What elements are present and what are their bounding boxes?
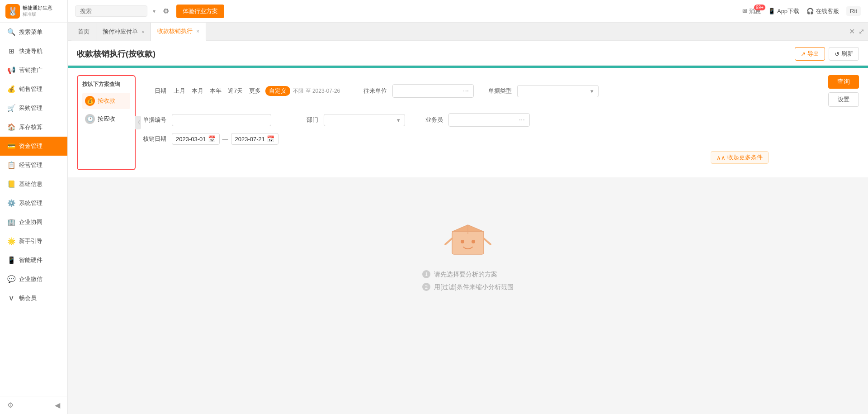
main-area: ▾ ⚙ 体验行业方案 ✉ 消息 99+ 📱 App下载 🎧 在线客服 Rit bbox=[68, 0, 868, 414]
sidebar-item-guide[interactable]: 🌟 新手引导 bbox=[0, 232, 67, 251]
partner-dots-icon[interactable]: ··· bbox=[463, 87, 469, 95]
guide-icon: 🌟 bbox=[7, 237, 15, 245]
writeoff-tab-close-icon[interactable]: × bbox=[196, 29, 199, 34]
sidebar-item-purchase[interactable]: 🛒 采购管理 bbox=[0, 99, 67, 118]
user-label: Rit bbox=[850, 8, 857, 14]
refresh-button[interactable]: ↺ 刷新 bbox=[829, 47, 859, 61]
export-button[interactable]: ↗ 导出 bbox=[795, 47, 825, 61]
sidebar-item-label: 快捷导航 bbox=[19, 47, 42, 55]
empty-hint-1: 1 请先选择要分析的方案 bbox=[422, 268, 514, 281]
date-btn-more[interactable]: 更多 bbox=[247, 86, 263, 96]
sales-icon: 💰 bbox=[7, 85, 15, 93]
tab-writeoff[interactable]: 收款核销执行 × bbox=[151, 23, 206, 41]
date-btn-7days[interactable]: 近7天 bbox=[226, 86, 245, 96]
sidebar-item-member[interactable]: V 畅会员 bbox=[0, 289, 67, 308]
date-btn-custom[interactable]: 自定义 bbox=[265, 86, 290, 96]
receivable-option-icon: 🕐 bbox=[85, 114, 95, 124]
writeoff-date-start-value: 2023-03-01 bbox=[176, 136, 206, 143]
writeoff-date-start-field[interactable]: 2023-03-01 📅 bbox=[172, 133, 220, 145]
filter-area: 按以下方案查询 💰 按收款 🕐 按应收 《 日期 上月 本 bbox=[68, 68, 868, 177]
sidebar-item-enterprise[interactable]: 🏢 企业协同 bbox=[0, 213, 67, 232]
sidebar-bottom: ⚙ ◀ bbox=[0, 396, 67, 414]
sidebar-item-label: 搜索菜单 bbox=[19, 28, 42, 36]
solution-button[interactable]: 体验行业方案 bbox=[176, 5, 224, 18]
sidebar-item-basic-info[interactable]: 📒 基础信息 bbox=[0, 175, 67, 194]
sidebar-item-label: 资金管理 bbox=[19, 142, 42, 150]
app-icon: 📱 bbox=[768, 8, 775, 14]
sidebar-item-sales[interactable]: 💰 销售管理 bbox=[0, 80, 67, 99]
filter-option-by-receipt[interactable]: 💰 按收款 bbox=[82, 93, 130, 109]
operations-icon: 📋 bbox=[7, 161, 15, 169]
marketing-icon: 📢 bbox=[7, 66, 15, 74]
writeoff-start-calendar-icon[interactable]: 📅 bbox=[208, 135, 216, 143]
close-tab-icon[interactable]: ✕ bbox=[849, 27, 855, 36]
date-shortcut-group: 上月 本月 本年 近7天 更多 自定义 不限 至 2023-07-26 bbox=[172, 86, 340, 96]
doc-type-select[interactable]: ▾ bbox=[517, 85, 599, 97]
sidebar-item-label: 营销推广 bbox=[19, 66, 42, 74]
date-btn-last-month[interactable]: 上月 bbox=[172, 86, 187, 96]
date-range-display: 不限 至 2023-07-26 bbox=[293, 87, 340, 95]
online-service-button[interactable]: 🎧 在线客服 bbox=[807, 7, 839, 15]
collapse-more-button[interactable]: ∧∧ 收起更多条件 bbox=[711, 151, 769, 164]
staff-dots-icon[interactable]: ··· bbox=[519, 116, 525, 124]
prepay-tab-close-icon[interactable]: × bbox=[142, 29, 144, 34]
sidebar-item-search[interactable]: 🔍 搜索菜单 bbox=[0, 23, 67, 42]
hint-number-1: 1 bbox=[422, 270, 430, 278]
member-icon: V bbox=[7, 295, 15, 302]
svg-rect-0 bbox=[452, 232, 484, 254]
sidebar-item-wechat[interactable]: 💬 企业微信 bbox=[0, 270, 67, 289]
sidebar-item-operations[interactable]: 📋 经营管理 bbox=[0, 156, 67, 175]
date-label: 日期 bbox=[143, 87, 166, 95]
message-button[interactable]: ✉ 消息 99+ bbox=[742, 7, 761, 15]
sidebar-item-label: 经营管理 bbox=[19, 161, 42, 169]
sidebar-item-inventory[interactable]: 🏠 库存核算 bbox=[0, 118, 67, 137]
topbar-search-input[interactable] bbox=[75, 5, 147, 17]
sidebar-item-label: 企业微信 bbox=[19, 275, 42, 283]
tab-prepay[interactable]: 预付冲应付单 × bbox=[96, 23, 151, 41]
doc-no-input[interactable] bbox=[172, 114, 271, 126]
filter-left-panel: 按以下方案查询 💰 按收款 🕐 按应收 《 bbox=[77, 75, 136, 170]
writeoff-date-end-field[interactable]: 2023-07-21 📅 bbox=[231, 133, 279, 145]
dept-label: 部门 bbox=[295, 116, 318, 124]
writeoff-end-calendar-icon[interactable]: 📅 bbox=[267, 135, 274, 143]
staff-select[interactable]: ··· bbox=[448, 113, 530, 127]
sidebar-item-label: 基础信息 bbox=[19, 180, 42, 188]
expand-tab-icon[interactable]: ⤢ bbox=[859, 27, 864, 36]
settings-button[interactable]: 设置 bbox=[828, 92, 859, 107]
sidebar-item-system[interactable]: ⚙️ 系统管理 bbox=[0, 194, 67, 213]
writeoff-date-end-value: 2023-07-21 bbox=[235, 136, 265, 143]
writeoff-tab-label: 收款核销执行 bbox=[157, 27, 193, 35]
query-button[interactable]: 查询 bbox=[828, 75, 859, 89]
sidebar-logo: 🐰 畅捷通好生意 标准版 bbox=[0, 0, 67, 23]
staff-label: 业务员 bbox=[420, 116, 443, 124]
sidebar-item-quick-nav[interactable]: ⊞ 快捷导航 bbox=[0, 42, 67, 61]
search-menu-icon: 🔍 bbox=[7, 28, 15, 36]
tabbar: 首页 预付冲应付单 × 收款核销执行 × ✕ ⤢ bbox=[68, 23, 868, 41]
settings-bottom-icon[interactable]: ⚙ bbox=[7, 401, 14, 409]
collapse-sidebar-icon[interactable]: ◀ bbox=[55, 401, 60, 409]
hint-text-1: 请先选择要分析的方案 bbox=[434, 268, 497, 281]
date-btn-this-year[interactable]: 本年 bbox=[208, 86, 223, 96]
date-btn-this-month[interactable]: 本月 bbox=[190, 86, 205, 96]
finance-icon: 💳 bbox=[7, 142, 15, 150]
topbar-gear-icon[interactable]: ⚙ bbox=[163, 7, 169, 15]
filter-option-by-receivable[interactable]: 🕐 按应收 bbox=[82, 111, 130, 127]
sidebar-item-label: 畅会员 bbox=[19, 294, 37, 302]
svg-point-3 bbox=[461, 240, 464, 243]
topbar-right: ✉ 消息 99+ 📱 App下载 🎧 在线客服 Rit bbox=[742, 6, 861, 16]
user-menu-button[interactable]: Rit bbox=[846, 6, 861, 16]
filter-collapse-icon[interactable]: 《 bbox=[135, 116, 141, 129]
refresh-label: 刷新 bbox=[841, 50, 853, 58]
purchase-icon: 🛒 bbox=[7, 104, 15, 112]
sidebar-item-label: 智能硬件 bbox=[19, 256, 42, 264]
sidebar-item-finance[interactable]: 💳 资金管理 bbox=[0, 137, 67, 156]
system-icon: ⚙️ bbox=[7, 199, 15, 207]
partner-select[interactable]: ··· bbox=[392, 84, 474, 98]
dept-select[interactable]: ▾ bbox=[324, 114, 405, 126]
tab-home[interactable]: 首页 bbox=[71, 23, 96, 41]
sidebar-item-marketing[interactable]: 📢 营销推广 bbox=[0, 61, 67, 80]
app-download-button[interactable]: 📱 App下载 bbox=[768, 7, 799, 15]
topbar-chevron-icon[interactable]: ▾ bbox=[153, 8, 156, 14]
doc-no-label: 单据编号 bbox=[143, 116, 166, 124]
sidebar-item-hardware[interactable]: 📱 智能硬件 bbox=[0, 251, 67, 270]
